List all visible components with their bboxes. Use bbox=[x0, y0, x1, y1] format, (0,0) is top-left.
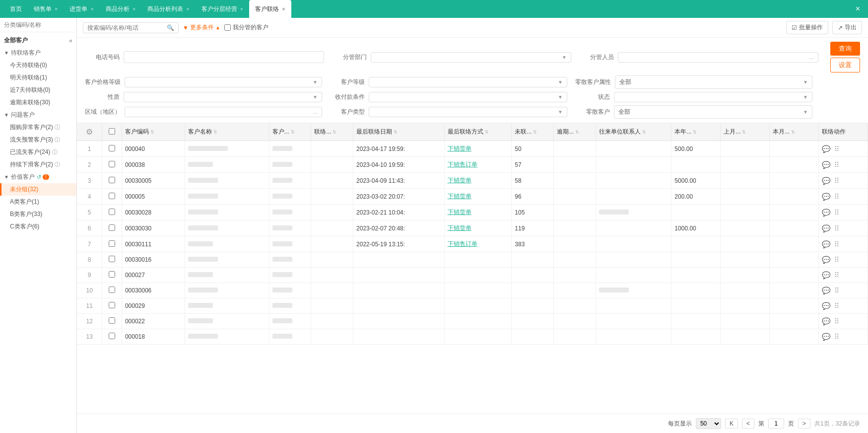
nature-select[interactable]: ▼ bbox=[124, 92, 322, 102]
td-lastway[interactable] bbox=[444, 283, 512, 298]
more-icon[interactable]: ⠿ bbox=[834, 145, 839, 153]
tab-customer-segment[interactable]: 客户分层经营 × bbox=[196, 0, 249, 18]
contact-icon[interactable]: 💬 bbox=[822, 271, 830, 279]
sidebar-item-a-class[interactable]: A类客户(1) bbox=[0, 196, 76, 208]
th-thismo[interactable]: 本月... ⇅ bbox=[770, 123, 819, 141]
sidebar-group-pending[interactable]: ▼ 待联络客户 bbox=[0, 47, 76, 59]
more-icon[interactable]: ⠿ bbox=[834, 209, 839, 216]
td-check[interactable] bbox=[102, 205, 122, 220]
td-lastway[interactable]: 下销售订单 bbox=[444, 157, 512, 173]
td-check[interactable] bbox=[102, 157, 122, 173]
select-all-checkbox[interactable] bbox=[109, 128, 115, 135]
th-contact[interactable]: 联络... ⇅ bbox=[311, 123, 353, 141]
contact-icon[interactable]: 💬 bbox=[822, 161, 830, 169]
sidebar-item-churn-warning[interactable]: 流失预警客户(3) ⓘ bbox=[0, 134, 76, 146]
lastway-link[interactable]: 下销货单 bbox=[448, 145, 471, 152]
search-icon[interactable]: 🔍 bbox=[167, 24, 174, 31]
column-settings-btn[interactable]: ⚙ bbox=[86, 127, 93, 137]
cust-type-select[interactable]: ▼ bbox=[369, 107, 567, 117]
td-lastway[interactable]: 下销货单 bbox=[444, 189, 512, 205]
sidebar-group-value[interactable]: ▼ 价值客户 ↺ ! bbox=[0, 171, 76, 183]
th-thisyr[interactable]: 本年... ⇅ bbox=[671, 123, 721, 141]
sidebar-item-ungrouped[interactable]: 未分组(32) bbox=[0, 183, 76, 196]
td-lastway[interactable]: 下销货单 bbox=[444, 220, 512, 236]
row-checkbox[interactable] bbox=[109, 317, 115, 324]
td-check[interactable] bbox=[102, 329, 122, 345]
page-number-input[interactable] bbox=[768, 419, 784, 429]
sidebar-item-overdue[interactable]: 逾期未联络(30) bbox=[0, 96, 76, 109]
tab-home[interactable]: 首页 bbox=[4, 0, 28, 18]
region-select[interactable]: … bbox=[125, 107, 322, 117]
tab-customer-segment-close[interactable]: × bbox=[240, 6, 243, 12]
tab-product-analysis-close[interactable]: × bbox=[133, 6, 135, 12]
status-select[interactable]: ▼ bbox=[614, 92, 812, 102]
tab-customer-contact[interactable]: 客户联络 × bbox=[249, 0, 291, 18]
row-checkbox[interactable] bbox=[109, 161, 115, 167]
sidebar-item-7days[interactable]: 近7天待联络(0) bbox=[0, 84, 76, 96]
td-check[interactable] bbox=[102, 236, 122, 252]
row-checkbox[interactable] bbox=[109, 224, 115, 231]
td-lastway[interactable] bbox=[444, 268, 512, 283]
search-input[interactable] bbox=[87, 24, 167, 31]
tab-sales-close[interactable]: × bbox=[55, 6, 58, 12]
more-icon[interactable]: ⠿ bbox=[834, 177, 839, 185]
th-ncontact[interactable]: 未联... ⇅ bbox=[512, 123, 554, 141]
lastway-link[interactable]: 下销货单 bbox=[448, 193, 471, 200]
contact-icon[interactable]: 💬 bbox=[822, 240, 830, 248]
td-check[interactable] bbox=[102, 189, 122, 205]
th-lastdate[interactable]: 最后联络日期 ⇅ bbox=[353, 123, 445, 141]
td-check[interactable] bbox=[102, 252, 122, 268]
more-icon[interactable]: ⠿ bbox=[834, 271, 839, 279]
retail-cust-select[interactable]: 全部 ▼ bbox=[614, 105, 812, 119]
dept-select[interactable]: ▼ bbox=[371, 52, 571, 63]
contact-icon[interactable]: 💬 bbox=[822, 145, 830, 153]
global-close-button[interactable]: × bbox=[852, 4, 864, 13]
price-level-select[interactable]: ▼ bbox=[125, 77, 322, 87]
contact-icon[interactable]: 💬 bbox=[822, 209, 830, 216]
first-page-btn[interactable]: K bbox=[725, 419, 738, 429]
sidebar-item-b-class[interactable]: B类客户(33) bbox=[0, 208, 76, 220]
more-icon[interactable]: ⠿ bbox=[834, 256, 839, 264]
lastway-link[interactable]: 下销货单 bbox=[448, 209, 471, 216]
retail-attr-select[interactable]: 全部 ▼ bbox=[615, 75, 812, 89]
my-customers-filter[interactable]: 我分管的客户 bbox=[224, 23, 268, 32]
sidebar-item-declining[interactable]: 持续下滑客户(2) ⓘ bbox=[0, 158, 76, 171]
th-ctype[interactable]: 客户... ⇅ bbox=[269, 123, 311, 141]
cust-level-select[interactable]: ▼ bbox=[369, 77, 567, 87]
sidebar-item-tomorrow[interactable]: 明天待联络(1) bbox=[0, 72, 76, 84]
th-lastmo[interactable]: 上月... ⇅ bbox=[721, 123, 770, 141]
row-checkbox[interactable] bbox=[109, 193, 115, 199]
export-button[interactable]: ↗ 导出 bbox=[832, 21, 862, 34]
more-icon[interactable]: ⠿ bbox=[834, 161, 839, 169]
td-check[interactable] bbox=[102, 220, 122, 236]
reset-button[interactable]: 设置 bbox=[830, 58, 860, 72]
lastway-link[interactable]: 下销售订单 bbox=[448, 240, 477, 247]
more-icon[interactable]: ⠿ bbox=[834, 224, 839, 232]
tab-product-list[interactable]: 商品分析列表 × bbox=[141, 0, 195, 18]
row-checkbox[interactable] bbox=[109, 145, 115, 151]
more-icon[interactable]: ⠿ bbox=[834, 333, 839, 341]
batch-ops-button[interactable]: ☑ 批量操作 bbox=[786, 21, 828, 34]
th-code[interactable]: 客户编码 ⇅ bbox=[122, 123, 185, 141]
th-lastway[interactable]: 最后联络方式 ⇅ bbox=[444, 123, 512, 141]
td-check[interactable] bbox=[102, 283, 122, 298]
td-lastway[interactable]: 下销货单 bbox=[444, 141, 512, 157]
sidebar-item-churned[interactable]: 已流失客户(24) ⓘ bbox=[0, 146, 76, 158]
td-check[interactable] bbox=[102, 141, 122, 157]
contact-icon[interactable]: 💬 bbox=[822, 193, 830, 201]
tab-purchase[interactable]: 进货单 × bbox=[64, 0, 99, 18]
td-lastway[interactable]: 下销售订单 bbox=[444, 236, 512, 252]
tab-customer-contact-close[interactable]: × bbox=[282, 6, 285, 12]
lastway-link[interactable]: 下销售订单 bbox=[448, 161, 477, 168]
contact-icon[interactable]: 💬 bbox=[822, 256, 830, 264]
contact-icon[interactable]: 💬 bbox=[822, 333, 830, 341]
td-lastway[interactable] bbox=[444, 298, 512, 314]
td-lastway[interactable] bbox=[444, 252, 512, 268]
my-customers-checkbox[interactable] bbox=[224, 24, 231, 31]
tab-sales[interactable]: 销售单 × bbox=[28, 0, 64, 18]
contact-icon[interactable]: 💬 bbox=[822, 224, 830, 232]
row-checkbox[interactable] bbox=[109, 240, 115, 247]
per-page-select[interactable]: 50 100 200 bbox=[696, 418, 721, 429]
row-checkbox[interactable] bbox=[109, 256, 115, 262]
more-icon[interactable]: ⠿ bbox=[834, 240, 839, 248]
